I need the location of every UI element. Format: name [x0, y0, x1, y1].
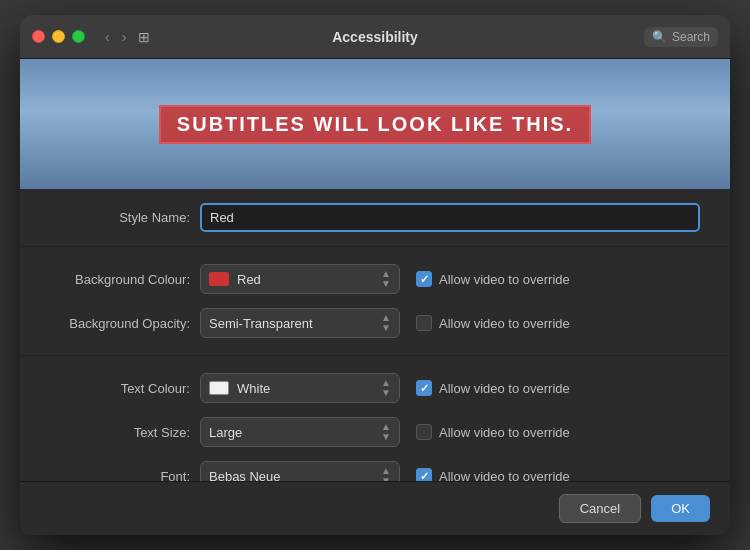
text-size-override-checkbox[interactable] [416, 424, 432, 440]
accessibility-window: ‹ › ⊞ Accessibility 🔍 Search SUBTITLES W… [20, 15, 730, 535]
text-colour-swatch [209, 381, 229, 395]
font-dropdown[interactable]: Bebas Neue ▲▼ [200, 461, 400, 481]
text-colour-override-label: Allow video to override [439, 381, 570, 396]
window-title: Accessibility [332, 29, 418, 45]
background-opacity-override-checkbox[interactable] [416, 315, 432, 331]
dropdown-arrows-icon: ▲▼ [381, 378, 391, 398]
check-icon: ✓ [420, 470, 429, 482]
dropdown-arrows-icon: ▲▼ [381, 269, 391, 289]
form-area: Style Name: Background Colour: Red ▲▼ ✓ … [20, 189, 730, 481]
style-name-input[interactable] [200, 203, 700, 232]
font-override-group: ✓ Allow video to override [416, 468, 570, 481]
background-colour-swatch [209, 272, 229, 286]
text-size-dropdown[interactable]: Large ▲▼ [200, 417, 400, 447]
style-name-row: Style Name: [20, 189, 730, 247]
text-size-override-group: Allow video to override [416, 424, 570, 440]
background-colour-value: Red [237, 272, 373, 287]
cancel-button[interactable]: Cancel [559, 494, 641, 523]
subtitle-preview-area: SUBTITLES WILL LOOK LIKE THIS. [20, 59, 730, 189]
background-opacity-row: Background Opacity: Semi-Transparent ▲▼ … [20, 301, 730, 345]
text-size-label: Text Size: [50, 425, 190, 440]
back-arrow-icon[interactable]: ‹ [101, 27, 114, 47]
check-icon: ✓ [420, 382, 429, 395]
titlebar: ‹ › ⊞ Accessibility 🔍 Search [20, 15, 730, 59]
forward-arrow-icon[interactable]: › [118, 27, 131, 47]
text-settings-section: Text Colour: White ▲▼ ✓ Allow video to o… [20, 356, 730, 481]
background-opacity-override-group: Allow video to override [416, 315, 570, 331]
search-label: Search [672, 30, 710, 44]
search-bar[interactable]: 🔍 Search [644, 27, 718, 47]
background-colour-override-checkbox[interactable]: ✓ [416, 271, 432, 287]
dropdown-arrows-icon: ▲▼ [381, 313, 391, 333]
text-colour-dropdown[interactable]: White ▲▼ [200, 373, 400, 403]
grid-icon: ⊞ [138, 29, 150, 45]
text-colour-row: Text Colour: White ▲▼ ✓ Allow video to o… [20, 366, 730, 410]
background-colour-dropdown[interactable]: Red ▲▼ [200, 264, 400, 294]
font-override-label: Allow video to override [439, 469, 570, 482]
traffic-lights [32, 30, 85, 43]
text-colour-value: White [237, 381, 373, 396]
ok-button[interactable]: OK [651, 495, 710, 522]
background-colour-override-group: ✓ Allow video to override [416, 271, 570, 287]
nav-arrows: ‹ › [101, 27, 130, 47]
subtitle-preview-text: SUBTITLES WILL LOOK LIKE THIS. [159, 105, 591, 144]
check-icon: ✓ [420, 273, 429, 286]
minimize-button[interactable] [52, 30, 65, 43]
background-opacity-value: Semi-Transparent [209, 316, 373, 331]
style-name-label: Style Name: [50, 210, 190, 225]
background-colour-row: Background Colour: Red ▲▼ ✓ Allow video … [20, 257, 730, 301]
background-opacity-override-label: Allow video to override [439, 316, 570, 331]
text-size-row: Text Size: Large ▲▼ Allow video to overr… [20, 410, 730, 454]
dropdown-arrows-icon: ▲▼ [381, 466, 391, 481]
font-label: Font: [50, 469, 190, 482]
footer: Cancel OK [20, 481, 730, 535]
search-icon: 🔍 [652, 30, 667, 44]
background-opacity-dropdown[interactable]: Semi-Transparent ▲▼ [200, 308, 400, 338]
background-colour-label: Background Colour: [50, 272, 190, 287]
text-size-override-label: Allow video to override [439, 425, 570, 440]
background-opacity-label: Background Opacity: [50, 316, 190, 331]
text-colour-override-checkbox[interactable]: ✓ [416, 380, 432, 396]
maximize-button[interactable] [72, 30, 85, 43]
font-row: Font: Bebas Neue ▲▼ ✓ Allow video to ove… [20, 454, 730, 481]
background-settings-section: Background Colour: Red ▲▼ ✓ Allow video … [20, 247, 730, 356]
font-override-checkbox[interactable]: ✓ [416, 468, 432, 481]
dropdown-arrows-icon: ▲▼ [381, 422, 391, 442]
text-colour-override-group: ✓ Allow video to override [416, 380, 570, 396]
background-colour-override-label: Allow video to override [439, 272, 570, 287]
font-value: Bebas Neue [209, 469, 373, 482]
close-button[interactable] [32, 30, 45, 43]
text-size-value: Large [209, 425, 373, 440]
text-colour-label: Text Colour: [50, 381, 190, 396]
